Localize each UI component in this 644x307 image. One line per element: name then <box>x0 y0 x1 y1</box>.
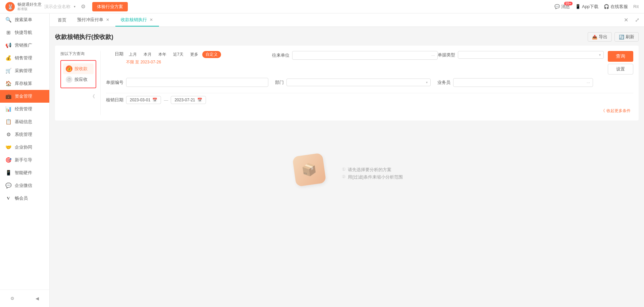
solution-button[interactable]: 体验行业方案 <box>92 2 128 11</box>
sidebar-item-system[interactable]: ⚙ 系统管理 <box>0 128 49 141</box>
staff-input[interactable]: ··· <box>453 78 593 87</box>
filter-sidebar-collapse-button[interactable]: 《 <box>89 92 96 101</box>
bill-no-input[interactable] <box>126 78 268 87</box>
partner-input[interactable]: ··· <box>292 51 438 60</box>
filter-type-panel: 按以下方查询 💰 按收款 ⏱ 按应收 《 <box>60 51 101 115</box>
sidebar-item-finance[interactable]: 💼 资金管理 <box>0 90 49 103</box>
tab-home[interactable]: 首页 <box>52 13 72 27</box>
purchase-icon: 🛒 <box>5 68 11 74</box>
date-tab-thisyear[interactable]: 本年 <box>156 51 169 58</box>
writeoff-end-date[interactable]: 2023-07-21 📅 <box>171 96 206 104</box>
sidebar-settings-button[interactable]: ⚙ <box>7 293 18 304</box>
tab-expand-button[interactable]: ⤢ <box>633 15 641 24</box>
sidebar-item-member[interactable]: V 畅会员 <box>0 192 49 205</box>
calendar-icon: 📅 <box>152 98 157 102</box>
sidebar-item-basic[interactable]: 📋 基础信息 <box>0 115 49 128</box>
user-name[interactable]: Rit <box>633 4 639 9</box>
brand-info: 畅捷通好生意 标准版 <box>17 2 42 11</box>
marketing-icon: 📢 <box>5 42 11 48</box>
online-service-button[interactable]: 🎧 在线客服 <box>604 4 628 10</box>
filter-panel: 按以下方查询 💰 按收款 ⏱ 按应收 《 <box>55 46 639 120</box>
filter-option-by-receipt[interactable]: 💰 按收款 <box>63 63 94 74</box>
refresh-button[interactable]: 🔄 刷新 <box>614 32 639 42</box>
tab-receipt[interactable]: 收款核销执行 ✕ <box>115 14 159 27</box>
sales-icon: 💰 <box>5 55 11 61</box>
date-tab-7days[interactable]: 近7天 <box>170 51 186 58</box>
sidebar-item-search[interactable]: 🔍 搜索菜单 <box>0 13 49 26</box>
sidebar-label-system: 系统管理 <box>15 132 32 138</box>
sidebar-label-inventory: 库存核算 <box>15 81 32 87</box>
content-area: 首页 预付冲应付单 ✕ 收款核销执行 ✕ ✕ ⤢ 收款核销执行(按收款) 📤 <box>50 13 644 307</box>
export-button[interactable]: 📤 导出 <box>588 32 612 42</box>
settings-gear-icon[interactable]: ⚙ <box>81 3 86 10</box>
sidebar-item-wechat[interactable]: 💬 企业微信 <box>0 179 49 192</box>
empty-state: 📦 ① 请先选择要分析的方案 ② 用[过滤]条件来缩小分析范围 <box>55 124 639 218</box>
sidebar-item-operations[interactable]: 📊 经营管理 <box>0 103 49 115</box>
date-tab-thismonth[interactable]: 本月 <box>141 51 154 58</box>
bill-type-label: 单据类型 <box>438 52 455 58</box>
staff-dots-icon: ··· <box>587 80 590 85</box>
hardware-icon: 📱 <box>5 170 11 176</box>
bill-type-field: 单据类型 ▾ <box>438 51 604 59</box>
setting-button[interactable]: 设置 <box>608 64 633 74</box>
top-bar-right: 💬 消息 99+ 📱 App下载 🎧 在线客服 Rit <box>554 4 639 10</box>
writeoff-start-date[interactable]: 2023-03-01 📅 <box>126 96 161 104</box>
page-title: 收款核销执行(按收款) <box>55 33 113 41</box>
dept-select[interactable]: ▾ <box>286 79 431 86</box>
sidebar-item-enterprise[interactable]: 🤝 企业协同 <box>0 141 49 154</box>
tab-prepay-label: 预付冲应付单 <box>77 13 103 26</box>
company-arrow-icon[interactable]: ▾ <box>74 5 75 8</box>
sidebar-item-sales[interactable]: 💰 销售管理 <box>0 52 49 64</box>
empty-robot-icon: 📦 <box>292 153 327 187</box>
page-header: 收款核销执行(按收款) 📤 导出 🔄 刷新 <box>55 32 639 42</box>
sidebar-item-marketing[interactable]: 📢 营销推广 <box>0 39 49 52</box>
tab-prepay-close-icon[interactable]: ✕ <box>105 13 110 27</box>
sidebar-item-inventory[interactable]: 🏠 库存核算 <box>0 77 49 90</box>
app-logo: 🐰 <box>5 2 15 11</box>
sidebar-label-member: 畅会员 <box>15 195 28 201</box>
sidebar-label-purchase: 采购管理 <box>15 68 32 74</box>
partner-field: 往来单位 ··· <box>272 51 438 60</box>
receipt-option-icon: 💰 <box>66 65 72 72</box>
sidebar-label-operations: 经营管理 <box>15 106 32 112</box>
staff-label: 业务员 <box>437 80 450 86</box>
empty-content: 📦 ① 请先选择要分析的方案 ② 用[过滤]条件来缩小分析范围 <box>291 151 402 192</box>
date-tab-more[interactable]: 更多 <box>187 51 201 58</box>
sidebar-item-hardware[interactable]: 📱 智能硬件 <box>0 166 49 179</box>
filter-option-by-receivable[interactable]: ⏱ 按应收 <box>63 74 94 85</box>
date-tab-lastmonth[interactable]: 上月 <box>126 51 140 58</box>
sidebar-label-hardware: 智能硬件 <box>15 170 32 176</box>
message-icon: 💬 <box>554 4 560 9</box>
tab-bar-actions: ✕ ⤢ <box>622 15 641 24</box>
bill-no-field: 单据编号 <box>106 78 268 87</box>
service-label: 在线客服 <box>610 4 628 10</box>
app-download-button[interactable]: 📱 App下载 <box>575 4 598 10</box>
top-bar: 🐰 畅捷通好生意 标准版 演示企业名称 ▾ ⚙ 体验行业方案 💬 消息 99+ … <box>0 0 644 13</box>
quicknav-icon: ⊞ <box>5 30 11 36</box>
filter-fields-area: 日期 上月 本月 本年 近7天 更多 自定义 不限 至 <box>101 51 633 115</box>
collapse-more-button[interactable]: 《 收起更多条件 <box>598 107 633 115</box>
tab-receipt-close-icon[interactable]: ✕ <box>149 13 154 27</box>
sidebar-collapse-button[interactable]: ◀ <box>32 293 42 304</box>
tab-prepay[interactable]: 预付冲应付单 ✕ <box>72 14 115 27</box>
tab-close-all-button[interactable]: ✕ <box>622 15 630 24</box>
query-button[interactable]: 查询 <box>608 51 633 62</box>
partner-label: 往来单位 <box>272 52 289 58</box>
export-icon: 📤 <box>592 35 597 40</box>
bill-type-select[interactable]: ▾ <box>458 51 604 59</box>
empty-hint-2: ② 用[过滤]条件来缩小分析范围 <box>342 174 402 180</box>
refresh-icon: 🔄 <box>619 35 624 40</box>
writeoff-start-value: 2023-03-01 <box>130 98 150 102</box>
sidebar-item-quicknav[interactable]: ⊞ 快捷导航 <box>0 26 49 39</box>
filter-options-box: 💰 按收款 ⏱ 按应收 <box>60 60 96 88</box>
sidebar: 🔍 搜索菜单 ⊞ 快捷导航 📢 营销推广 💰 销售管理 🛒 采购管理 🏠 库存核… <box>0 13 50 307</box>
sidebar-item-purchase[interactable]: 🛒 采购管理 <box>0 64 49 77</box>
sidebar-label-enterprise: 企业协同 <box>15 144 32 150</box>
sidebar-bottom: ⚙ ◀ <box>0 290 49 307</box>
wechat-icon: 💬 <box>5 183 11 189</box>
sidebar-label-quicknav: 快捷导航 <box>15 30 32 36</box>
query-actions: 查询 设置 <box>608 51 633 74</box>
date-tab-custom[interactable]: 自定义 <box>202 51 221 58</box>
sidebar-item-guide[interactable]: 🎯 新手引导 <box>0 154 49 166</box>
message-button[interactable]: 💬 消息 99+ <box>554 4 570 10</box>
